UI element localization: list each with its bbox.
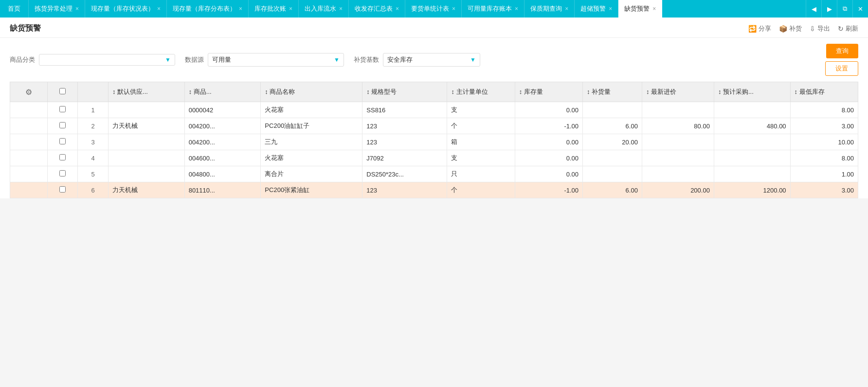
row-checkbox-2[interactable] [59,138,66,144]
replenish-select[interactable]: 安全库存 ▼ [383,53,480,67]
th-code-label: ↕ 商品... [189,88,212,95]
tab-8[interactable]: 可用量库存账本 × [462,0,524,18]
td-minstock-5: 3.00 [790,182,858,198]
td-name-2: 三九 [261,134,362,150]
tab-7[interactable]: 要货单统计表 × [405,0,462,18]
th-name-label: ↕ 商品名称 [265,88,295,95]
td-gear-5 [10,182,48,198]
tab-5-label: 出入库流水 [305,4,336,13]
query-button[interactable]: 查询 [826,44,858,58]
category-filter-group: 商品分类 ▼ [10,54,175,66]
th-num [78,82,108,102]
category-select[interactable]: ▼ [39,54,175,66]
tab-1-close[interactable]: × [75,5,79,12]
td-num-5: 6 [78,182,108,198]
tab-2[interactable]: 现存量（库存状况表） × [85,0,167,18]
share-icon: 🔁 [748,25,757,33]
row-checkbox-0[interactable] [59,106,66,112]
td-spec-1: 123 [362,118,447,134]
td-stock-3: 0.00 [515,150,582,166]
th-price-label: ↕ 最新进价 [646,88,676,95]
td-name-3: 火花塞 [261,150,362,166]
th-check [47,82,78,102]
nav-next-button[interactable]: ▶ [821,0,837,18]
nav-window-button[interactable]: ⧉ [837,0,852,18]
tab-4-close[interactable]: × [289,5,292,12]
td-stock-1: -1.00 [515,118,582,134]
tab-home[interactable]: 首页 [0,0,29,18]
td-supplier-5: 力天机械 [108,182,184,198]
select-all-checkbox[interactable] [59,88,66,94]
tab-4[interactable]: 库存批次账 × [249,0,299,18]
column-settings-button[interactable]: ⚙ [23,86,35,98]
tab-9[interactable]: 保质期查询 × [524,0,575,18]
nav-close-button[interactable]: ✕ [852,0,868,18]
td-replenish-4 [583,166,642,182]
tab-9-label: 保质期查询 [530,4,562,13]
tab-9-close[interactable]: × [565,5,568,12]
tab-7-label: 要货单统计表 [411,4,449,13]
td-code-4: 004800... [184,166,261,182]
datasource-filter-group: 数据源 可用量 ▼ [185,53,344,67]
replenish-button[interactable]: 📦 补货 [779,24,802,33]
td-purchase-4 [714,166,790,182]
td-code-2: 004200... [184,134,261,150]
nav-prev-button[interactable]: ◀ [806,0,821,18]
filter-area: 商品分类 ▼ 数据源 可用量 ▼ 补货基数 安全库存 ▼ 查询 设置 [0,38,868,82]
tab-7-close[interactable]: × [452,5,455,12]
th-supplier-label: ↕ 默认供应... [112,88,148,95]
replenish-filter-group: 补货基数 安全库存 ▼ [354,53,480,67]
datasource-select[interactable]: 可用量 ▼ [208,53,344,67]
td-code-3: 004600... [184,150,261,166]
tab-3[interactable]: 现存量（库存分布表） × [167,0,249,18]
share-button[interactable]: 🔁 分享 [748,24,771,33]
td-supplier-3 [108,150,184,166]
export-button[interactable]: ⇩ 导出 [810,24,830,33]
refresh-icon: ↻ [838,25,844,33]
tab-10-close[interactable]: × [609,5,612,12]
row-checkbox-3[interactable] [59,154,66,160]
tab-3-close[interactable]: × [239,5,242,12]
td-name-1: PC200油缸缸子 [261,118,362,134]
td-price-1: 80.00 [642,118,714,134]
td-replenish-5: 6.00 [583,182,642,198]
row-checkbox-5[interactable] [59,186,66,193]
td-stock-0: 0.00 [515,102,582,118]
tab-11[interactable]: 缺货预警 × [618,0,662,18]
td-supplier-1: 力天机械 [108,118,184,134]
tab-8-close[interactable]: × [515,5,518,12]
td-unit-0: 支 [447,102,515,118]
row-checkbox-1[interactable] [59,122,66,128]
tab-5-close[interactable]: × [339,5,343,12]
replenish-icon: 📦 [779,25,787,33]
td-price-3 [642,150,714,166]
tab-6-close[interactable]: × [396,5,399,12]
table-body: 1 0000042 火花塞 SS816 支 0.00 8.00 2 力天机械 0… [10,102,858,198]
th-spec: ↕ 规格型号 [362,82,447,102]
tab-5[interactable]: 出入库流水 × [299,0,349,18]
tab-4-label: 库存批次账 [254,4,286,13]
td-minstock-0: 8.00 [790,102,858,118]
tab-10[interactable]: 超储预警 × [575,0,618,18]
tab-11-close[interactable]: × [652,5,656,12]
replenish-chevron-icon: ▼ [470,56,476,63]
refresh-button[interactable]: ↻ 刷新 [838,24,858,33]
td-purchase-0 [714,102,790,118]
nav-next-icon: ▶ [827,5,832,13]
settings-button[interactable]: 设置 [825,61,858,76]
td-name-5: PC200张紧油缸 [261,182,362,198]
tab-2-close[interactable]: × [157,5,161,12]
th-purchase: ↕ 预计采购... [714,82,790,102]
td-num-2: 3 [78,134,108,150]
datasource-label: 数据源 [185,55,204,64]
tab-6[interactable]: 收发存汇总表 × [349,0,405,18]
td-unit-5: 个 [447,182,515,198]
data-table: ⚙ ↕ 默认供应... ↕ 商品... ↕ 商品名称 [10,82,858,198]
nav-prev-icon: ◀ [812,5,816,13]
row-checkbox-4[interactable] [59,170,66,176]
table-container: ⚙ ↕ 默认供应... ↕ 商品... ↕ 商品名称 [0,82,868,198]
th-code: ↕ 商品... [184,82,261,102]
td-supplier-4 [108,166,184,182]
tab-1[interactable]: 拣货异常处理 × [29,0,85,18]
th-gear: ⚙ [10,82,48,102]
